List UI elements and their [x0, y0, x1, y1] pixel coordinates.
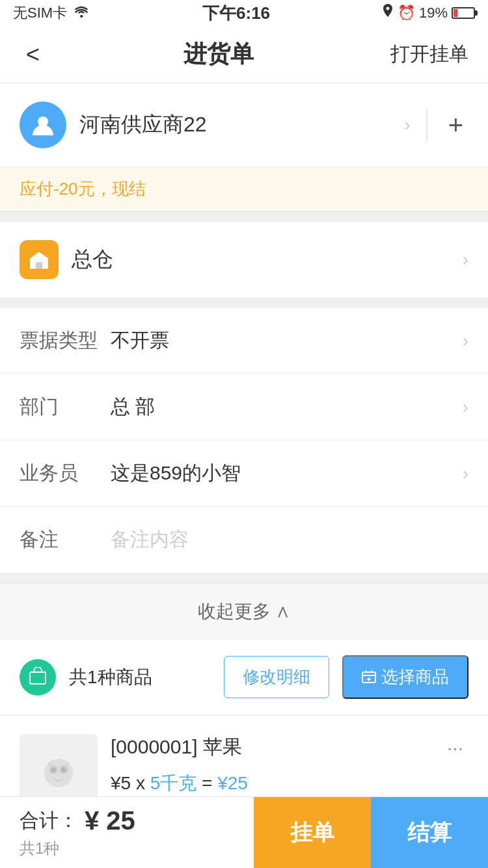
department-row[interactable]: 部门 总 部 › — [0, 374, 488, 441]
location-icon — [382, 4, 394, 22]
product-count-icon — [20, 659, 56, 696]
content-area: 河南供应商22 › + 应付-20元，现结 总仓 › 票据类型 不开票 › — [0, 83, 488, 868]
remark-input[interactable]: 备注内容 — [111, 526, 468, 553]
warehouse-chevron-icon: › — [463, 249, 468, 270]
warehouse-name: 总仓 — [72, 245, 463, 274]
salesperson-chevron-icon: › — [463, 463, 468, 484]
status-bar: 无SIM卡 下午6:16 ⏰ 19% — [0, 0, 488, 26]
collapse-button[interactable]: 收起更多 ∧ — [0, 583, 488, 640]
invoice-label: 票据类型 — [20, 327, 98, 354]
total-value: ¥25 — [217, 773, 248, 793]
supplier-section: 河南供应商22 › + 应付-20元，现结 — [0, 83, 488, 211]
salesperson-value: 这是859的小智 — [111, 460, 463, 487]
remark-label: 备注 — [20, 526, 98, 553]
select-product-button[interactable]: 选择商品 — [342, 655, 468, 699]
nav-bar: < 进货单 打开挂单 — [0, 26, 488, 83]
total-section: 合计： ¥ 25 共1种 — [0, 797, 254, 868]
checkout-button[interactable]: 结算 — [371, 797, 488, 868]
open-pending-button[interactable]: 打开挂单 — [390, 41, 468, 68]
qty-value: 5千克 — [150, 773, 197, 793]
total-sub: 共1种 — [20, 838, 234, 859]
price-value: ¥5 x — [111, 773, 150, 793]
department-label: 部门 — [20, 394, 98, 420]
supplier-avatar — [20, 102, 66, 148]
warehouse-section: 总仓 › — [0, 222, 488, 297]
total-label: 合计： — [20, 807, 78, 834]
battery-text: 19% — [419, 5, 448, 21]
divider — [426, 109, 427, 141]
product-more-button[interactable]: ··· — [442, 734, 468, 761]
status-time: 下午6:16 — [202, 2, 270, 25]
supplier-chevron-icon: › — [404, 115, 410, 135]
invoice-value: 不开票 — [111, 327, 463, 354]
wifi-icon — [72, 4, 90, 22]
warehouse-icon — [20, 240, 59, 279]
back-button[interactable]: < — [20, 34, 46, 75]
department-value: 总 部 — [111, 394, 463, 420]
payment-notice: 应付-20元，现结 — [0, 167, 488, 211]
product-count-text: 共1种商品 — [69, 665, 211, 690]
page-title: 进货单 — [183, 38, 254, 70]
salesperson-row[interactable]: 业务员 这是859的小智 › — [0, 441, 488, 507]
svg-rect-2 — [36, 262, 42, 269]
salesperson-label: 业务员 — [20, 460, 98, 487]
invoice-row[interactable]: 票据类型 不开票 › — [0, 308, 488, 374]
alarm-icon: ⏰ — [398, 5, 415, 21]
supplier-name: 河南供应商22 — [79, 111, 404, 139]
product-price: ¥5 x 5千克 = ¥25 — [111, 771, 429, 796]
status-left: 无SIM卡 — [13, 3, 90, 23]
bottom-bar: 合计： ¥ 25 共1种 挂单 结算 — [0, 796, 488, 868]
modify-detail-button[interactable]: 修改明细 — [224, 656, 329, 698]
svg-rect-3 — [30, 672, 46, 684]
department-chevron-icon: › — [463, 397, 468, 418]
form-section: 票据类型 不开票 › 部门 总 部 › 业务员 这是859的小智 › 备注 备注… — [0, 308, 488, 573]
products-header: 共1种商品 修改明细 选择商品 — [0, 640, 488, 714]
supplier-row[interactable]: 河南供应商22 › + — [0, 83, 488, 167]
add-supplier-button[interactable]: + — [443, 111, 468, 140]
invoice-chevron-icon: › — [463, 331, 468, 351]
select-product-label: 选择商品 — [381, 666, 449, 688]
battery-icon — [452, 7, 475, 19]
equals-sign: = — [197, 773, 217, 793]
carrier-text: 无SIM卡 — [13, 3, 67, 23]
status-right: ⏰ 19% — [382, 4, 475, 22]
products-header-section: 共1种商品 修改明细 选择商品 — [0, 640, 488, 714]
product-name: [0000001] 苹果 — [111, 734, 429, 761]
product-info: [0000001] 苹果 ¥5 x 5千克 = ¥25 — [111, 734, 429, 796]
svg-point-0 — [80, 15, 83, 18]
remark-row[interactable]: 备注 备注内容 — [0, 507, 488, 573]
product-code: [0000001] — [111, 736, 203, 757]
total-main: 合计： ¥ 25 — [20, 806, 234, 835]
warehouse-row[interactable]: 总仓 › — [0, 222, 488, 297]
product-name-text: 苹果 — [203, 736, 242, 757]
pending-button[interactable]: 挂单 — [254, 797, 371, 868]
total-amount: ¥ 25 — [85, 806, 135, 835]
